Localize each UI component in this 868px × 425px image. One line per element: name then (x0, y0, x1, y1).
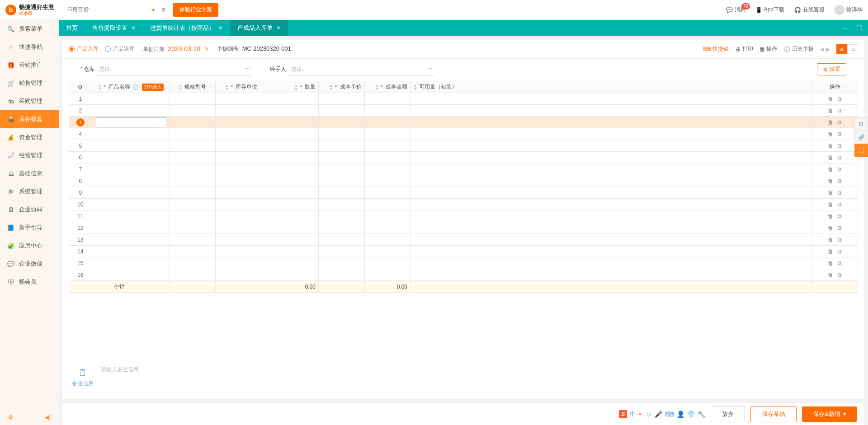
cell-product-name[interactable] (92, 105, 169, 117)
cell-qty[interactable] (267, 210, 318, 222)
cell-spec[interactable] (170, 152, 216, 163)
grid-settings-button[interactable]: ⚙ 设置 (817, 63, 846, 75)
row-delete-icon[interactable]: 🗑 (828, 201, 833, 208)
cell-price[interactable] (318, 210, 364, 222)
sidebar-item-4[interactable]: 🛍采购管理 (0, 92, 59, 110)
grid-row[interactable]: 14🗑⧉ (69, 246, 858, 257)
row-copy-icon[interactable]: ⧉ (838, 225, 842, 231)
cell-price[interactable] (318, 93, 364, 105)
col-price[interactable]: ▲▼*成本单价 (318, 81, 364, 93)
cell-amount[interactable] (364, 117, 410, 128)
tab-0[interactable]: 首页 (59, 20, 85, 36)
view-list-button[interactable]: ≡ (836, 44, 847, 54)
cell-qty[interactable] (267, 140, 318, 152)
rail-note-button[interactable]: 🗒 (854, 117, 868, 131)
col-spec[interactable]: ▲▼规格型号 (170, 81, 216, 93)
cell-amount[interactable] (364, 210, 410, 222)
grid-row[interactable]: 11🗑⧉ (69, 210, 858, 222)
view-card-button[interactable]: ▭ (847, 44, 858, 54)
cell-unit[interactable] (215, 234, 267, 246)
tab-close-icon[interactable]: ✕ (218, 25, 223, 31)
col-product-name[interactable]: ▲▼*产品名称?扫码录入 (92, 81, 169, 93)
cell-qty[interactable] (267, 105, 318, 117)
cell-product-name[interactable] (92, 234, 169, 246)
cell-qty[interactable] (267, 234, 318, 246)
cell-spec[interactable] (170, 93, 216, 105)
radio-product-out[interactable]: 产品退库 (105, 45, 135, 53)
row-copy-icon[interactable]: ⧉ (838, 248, 842, 255)
cell-unit[interactable] (215, 152, 267, 163)
cell-price[interactable] (318, 140, 364, 152)
tab-2[interactable]: 进货单统计表（按商品）✕ (143, 20, 230, 36)
grid-row[interactable]: 5🗑⧉ (69, 140, 858, 152)
cell-product-name[interactable] (92, 187, 169, 199)
grid-row[interactable]: 12🗑⧉ (69, 222, 858, 234)
cell-amount[interactable] (364, 128, 410, 140)
row-copy-icon[interactable]: ⧉ (838, 154, 842, 161)
grid-row[interactable]: 16🗑⧉ (69, 269, 858, 281)
cell-price[interactable] (318, 105, 364, 117)
sidebar-item-13[interactable]: 💬企业微信 (0, 255, 59, 273)
online-support-button[interactable]: 🎧 在线客服 (794, 6, 825, 14)
cell-price[interactable] (318, 117, 364, 128)
more-icon[interactable]: ⋯ (245, 65, 251, 73)
rail-expand-button[interactable]: ⛶ (854, 144, 868, 157)
grid-row[interactable]: +🗑⧉ (69, 117, 858, 128)
cell-qty[interactable] (267, 175, 318, 187)
row-delete-icon[interactable]: 🗑 (828, 119, 833, 126)
row-copy-icon[interactable]: ⧉ (838, 107, 842, 114)
row-copy-icon[interactable]: ⧉ (838, 201, 842, 208)
row-delete-icon[interactable]: 🗑 (828, 143, 833, 149)
cell-amount[interactable] (364, 234, 410, 246)
sidebar-item-0[interactable]: 🔍搜索菜单 (0, 20, 59, 38)
cell-product-name[interactable] (92, 210, 169, 222)
grid-row[interactable]: 6🗑⧉ (69, 152, 858, 163)
cell-product-name[interactable] (92, 152, 169, 163)
sidebar-item-12[interactable]: 🧩应用中心 (0, 237, 59, 255)
cell-unit[interactable] (215, 140, 267, 152)
shortcut-keys-button[interactable]: ⌨快捷键 (703, 45, 729, 53)
cell-product-name[interactable] (92, 93, 169, 105)
row-delete-icon[interactable]: 🗑 (828, 96, 833, 102)
sidebar-settings-icon[interactable]: ⚙ (8, 414, 13, 420)
cell-available[interactable] (410, 269, 812, 281)
cell-price[interactable] (318, 234, 364, 246)
cell-spec[interactable] (170, 128, 216, 140)
save-and-new-button[interactable]: 保存&新增 ▾ (802, 406, 857, 422)
print-button[interactable]: 🖨打印 (735, 45, 753, 53)
doc-date-field[interactable]: 单据日期 2023-03-20 ✎ (143, 45, 209, 53)
tab-close-icon[interactable]: ✕ (276, 25, 281, 31)
app-download-button[interactable]: 📱 App下载 (755, 6, 784, 14)
cell-qty[interactable] (267, 187, 318, 199)
row-copy-icon[interactable]: ⧉ (838, 190, 842, 196)
sidebar-item-7[interactable]: 📈经营管理 (0, 146, 59, 164)
cell-spec[interactable] (170, 257, 216, 269)
warehouse-field[interactable]: *仓库 选择... ⋯ (80, 64, 252, 75)
cell-qty[interactable] (267, 246, 318, 257)
grid-row[interactable]: 8🗑⧉ (69, 175, 858, 187)
cell-available[interactable] (410, 163, 812, 175)
cell-spec[interactable] (170, 234, 216, 246)
save-draft-button[interactable]: 保存草稿 (750, 406, 797, 422)
cell-amount[interactable] (364, 257, 410, 269)
cell-available[interactable] (410, 140, 812, 152)
cell-product-name[interactable] (92, 175, 169, 187)
row-copy-icon[interactable]: ⧉ (838, 166, 842, 173)
sidebar-item-3[interactable]: 🛒销售管理 (0, 74, 59, 92)
grid-row[interactable]: 7🗑⧉ (69, 163, 858, 175)
tab-3[interactable]: 产成品入库单✕ (230, 20, 288, 36)
grid-row[interactable]: 1🗑⧉ (69, 93, 858, 105)
grid-row[interactable]: 2🗑⧉ (69, 105, 858, 117)
product-name-input[interactable] (95, 117, 166, 127)
cell-qty[interactable] (267, 152, 318, 163)
row-delete-icon[interactable]: 🗑 (828, 213, 833, 220)
cell-spec[interactable] (170, 222, 216, 234)
handler-field[interactable]: 经手人 选择... ⋯ (270, 64, 434, 75)
sidebar-item-9[interactable]: ⚙系统管理 (0, 182, 59, 201)
sidebar-item-5[interactable]: 📦库存核算 (0, 110, 59, 128)
cell-amount[interactable] (364, 163, 410, 175)
cell-amount[interactable] (364, 222, 410, 234)
row-delete-icon[interactable]: 🗑 (828, 260, 833, 266)
cell-spec[interactable] (170, 117, 216, 128)
cell-amount[interactable] (364, 187, 410, 199)
